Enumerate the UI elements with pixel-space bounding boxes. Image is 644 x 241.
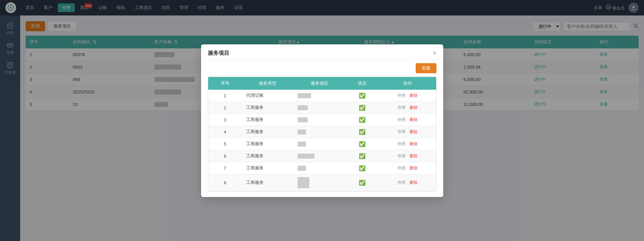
- modal-cell-action: 停用 删除: [379, 162, 436, 174]
- stop-button[interactable]: 停用: [397, 154, 406, 158]
- delete-button[interactable]: 删除: [410, 154, 418, 158]
- delete-button[interactable]: 删除: [410, 180, 418, 185]
- modal-cell-seq: 7: [208, 162, 242, 174]
- modal-cell-seq: 4: [208, 126, 242, 138]
- list-item: 1 代理记账 ████1 ✅ 停用 删除: [208, 90, 436, 102]
- stop-button[interactable]: 停用: [397, 166, 406, 170]
- modal-cell-action: 停用 删除: [379, 114, 436, 126]
- modal-cell-status: ✅: [345, 90, 379, 102]
- modal-cell-status: ✅: [345, 102, 379, 114]
- list-item: 6 工商服务 ██████ ✅ 停用 删除: [208, 150, 436, 162]
- modal-title: 服务项目: [208, 50, 229, 57]
- modal-col-type: 服务类型: [242, 77, 294, 90]
- modal-cell-type: 工商服务: [242, 162, 294, 174]
- modal-overlay[interactable]: 服务项目 × 新建 序号 服务类型 服务项目 状态 操作: [0, 0, 644, 241]
- modal-cell-type: 工商服务: [242, 174, 294, 191]
- modal-cell-seq: 5: [208, 138, 242, 150]
- service-items-table: 序号 服务类型 服务项目 状态 操作 1 代理记账 ████1 ✅ 停用 删除 …: [208, 77, 436, 191]
- modal-cell-status: ✅: [345, 150, 379, 162]
- stop-button[interactable]: 停用: [397, 117, 406, 122]
- delete-button[interactable]: 删除: [410, 105, 418, 110]
- modal-toolbar: 新建: [201, 60, 443, 77]
- modal-cell-action: 停用 删除: [379, 138, 436, 150]
- stop-button[interactable]: 停用: [397, 93, 406, 98]
- delete-button[interactable]: 删除: [410, 129, 418, 134]
- list-item: 4 工商服务 ███ ✅ 停用 删除: [208, 126, 436, 138]
- modal-table-wrap: 序号 服务类型 服务项目 状态 操作 1 代理记账 ████1 ✅ 停用 删除 …: [208, 77, 437, 192]
- modal-close-button[interactable]: ×: [433, 50, 437, 56]
- modal-cell-type: 工商服务: [242, 138, 294, 150]
- modal-cell-seq: 6: [208, 150, 242, 162]
- modal-cell-item: ███注册: [294, 174, 345, 191]
- modal-cell-seq: 2: [208, 102, 242, 114]
- modal-cell-seq: 3: [208, 114, 242, 126]
- modal-cell-action: 停用 删除: [379, 90, 436, 102]
- modal-body: 序号 服务类型 服务项目 状态 操作 1 代理记账 ████1 ✅ 停用 删除 …: [201, 77, 443, 197]
- modal-cell-action: 停用 删除: [379, 174, 436, 191]
- modal-cell-status: ✅: [345, 162, 379, 174]
- modal-cell-status: ✅: [345, 138, 379, 150]
- modal-cell-item: ███: [294, 126, 345, 138]
- modal-cell-action: 停用 删除: [379, 126, 436, 138]
- modal-cell-type: 工商服务: [242, 102, 294, 114]
- modal-cell-type: 工商服务: [242, 126, 294, 138]
- modal-col-action: 操作: [379, 77, 436, 90]
- delete-button[interactable]: 删除: [410, 166, 418, 170]
- modal-cell-action: 停用 删除: [379, 150, 436, 162]
- modal-col-status: 状态: [345, 77, 379, 90]
- modal-cell-type: 代理记账: [242, 90, 294, 102]
- modal-cell-item: ██████: [294, 150, 345, 162]
- stop-button[interactable]: 停用: [397, 105, 406, 110]
- modal-cell-status: ✅: [345, 174, 379, 191]
- modal-cell-seq: 8: [208, 174, 242, 191]
- modal-header: 服务项目 ×: [201, 44, 443, 60]
- modal-cell-status: ✅: [345, 126, 379, 138]
- modal-col-seq: 序号: [208, 77, 242, 90]
- list-item: 5 工商服务 ███ ✅ 停用 删除: [208, 138, 436, 150]
- list-item: 3 工商服务 ████ ✅ 停用 删除: [208, 114, 436, 126]
- modal-new-button[interactable]: 新建: [416, 63, 437, 73]
- service-items-modal: 服务项目 × 新建 序号 服务类型 服务项目 状态 操作: [201, 44, 443, 197]
- modal-cell-item: ███: [294, 162, 345, 174]
- delete-button[interactable]: 删除: [410, 117, 418, 122]
- modal-cell-type: 工商服务: [242, 114, 294, 126]
- modal-cell-type: 工商服务: [242, 150, 294, 162]
- list-item: 8 工商服务 ███注册 ✅ 停用 删除: [208, 174, 436, 191]
- stop-button[interactable]: 停用: [397, 180, 406, 185]
- modal-cell-item: ████: [294, 114, 345, 126]
- modal-cell-action: 停用 删除: [379, 102, 436, 114]
- delete-button[interactable]: 删除: [410, 93, 418, 98]
- modal-cell-item: ████: [294, 102, 345, 114]
- list-item: 7 工商服务 ███ ✅ 停用 删除: [208, 162, 436, 174]
- stop-button[interactable]: 停用: [397, 129, 406, 134]
- stop-button[interactable]: 停用: [397, 142, 406, 146]
- modal-cell-seq: 1: [208, 90, 242, 102]
- modal-cell-item: ████1: [294, 90, 345, 102]
- modal-cell-item: ███: [294, 138, 345, 150]
- modal-cell-status: ✅: [345, 114, 379, 126]
- modal-col-item: 服务项目: [294, 77, 345, 90]
- delete-button[interactable]: 删除: [410, 142, 418, 146]
- list-item: 2 工商服务 ████ ✅ 停用 删除: [208, 102, 436, 114]
